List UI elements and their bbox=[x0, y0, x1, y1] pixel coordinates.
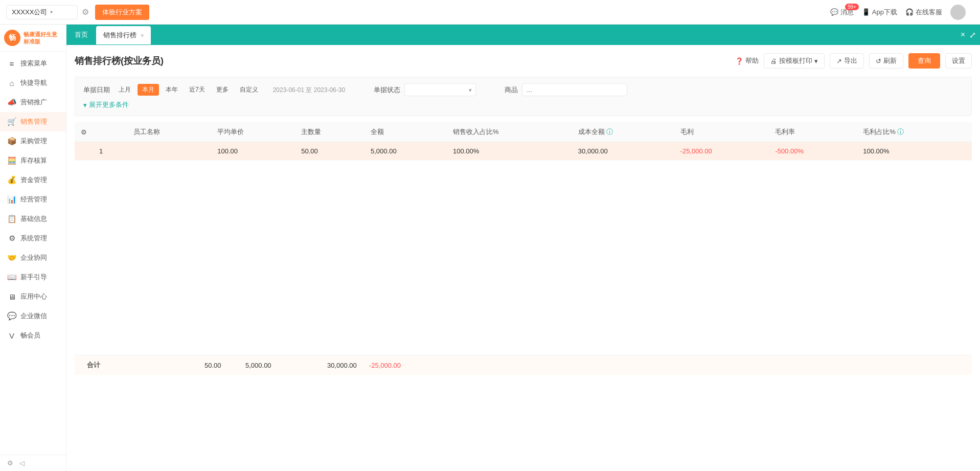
content-body: 销售排行榜(按业务员) ❓ 帮助 🖨 按模板打印 ▾ ↗ bbox=[66, 45, 980, 471]
table-footer: 合计 50.00 5,000.00 30,000.00 -25,000.00 bbox=[75, 355, 972, 375]
close-window-icon[interactable]: × bbox=[961, 30, 965, 39]
sidebar-item-label: 快捷导航 bbox=[20, 78, 47, 87]
footer-gross-profit: -25,000.00 bbox=[363, 362, 407, 369]
sidebar-item-finance[interactable]: 💰 资金管理 bbox=[0, 170, 66, 190]
sidebar-item-operations[interactable]: 📊 经营管理 bbox=[0, 190, 66, 209]
status-filter: 单据状态 bbox=[374, 83, 476, 96]
collab-icon: 🤝 bbox=[7, 253, 16, 262]
refresh-icon: ↺ bbox=[876, 57, 881, 65]
sidebar-item-label: 销售管理 bbox=[20, 117, 47, 126]
goods-input[interactable] bbox=[522, 83, 627, 96]
page-actions: ❓ 帮助 🖨 按模板打印 ▾ ↗ 导出 ↺ bbox=[735, 53, 972, 69]
trial-button[interactable]: 体验行业方案 bbox=[95, 5, 149, 20]
sidebar-item-inventory[interactable]: 🧮 库存核算 bbox=[0, 151, 66, 170]
template-print-button[interactable]: 🖨 按模板打印 ▾ bbox=[764, 53, 825, 69]
message-button[interactable]: 💬 消息 99+ bbox=[830, 8, 854, 17]
sidebar-item-label: 营销推广 bbox=[20, 98, 47, 107]
sidebar-item-label: 畅会员 bbox=[20, 331, 40, 340]
online-service-button[interactable]: 🎧 在线客服 bbox=[905, 8, 942, 17]
col-avg-price: 平均单价 bbox=[211, 122, 295, 142]
sidebar-item-app-center[interactable]: 🖥 应用中心 bbox=[0, 287, 66, 306]
row-gross-pct: 100.00% bbox=[857, 142, 972, 161]
query-button[interactable]: 查询 bbox=[908, 53, 940, 69]
sidebar-item-label: 采购管理 bbox=[20, 137, 47, 146]
chevron-down-icon: ▾ bbox=[83, 101, 87, 109]
date-filter: 单据日期 上月 本月 本年 近7天 更多 自定义 bbox=[83, 84, 263, 96]
help-link[interactable]: ❓ 帮助 bbox=[735, 56, 759, 65]
date-tab-custom[interactable]: 自定义 bbox=[235, 84, 263, 96]
message-icon: 💬 bbox=[830, 8, 838, 16]
date-tab-more[interactable]: 更多 bbox=[212, 84, 233, 96]
footer-amount: 5,000.00 bbox=[239, 362, 280, 369]
app-download-button[interactable]: 📱 App下载 bbox=[862, 8, 897, 17]
sidebar-item-label: 应用中心 bbox=[20, 292, 47, 301]
sidebar-logo: 畅 畅康通好生意 标准版 bbox=[0, 25, 66, 52]
sidebar-item-enterprise-collab[interactable]: 🤝 企业协同 bbox=[0, 248, 66, 267]
tab-label: 销售排行榜 bbox=[103, 31, 136, 40]
maximize-window-icon[interactable]: ⤢ bbox=[969, 30, 976, 40]
sidebar-item-enterprise-wechat[interactable]: 💬 企业微信 bbox=[0, 306, 66, 326]
settings-button[interactable]: 设置 bbox=[945, 53, 972, 69]
sales-ranking-table: ⚙ 员工名称 平均单价 主数量 全额 销售收入占比% 成本全额 ⓘ 毛利 bbox=[75, 122, 972, 161]
wechat-icon: 💬 bbox=[7, 311, 16, 321]
print-icon: 🖨 bbox=[770, 57, 777, 65]
purchase-icon: 📦 bbox=[7, 137, 16, 146]
date-tab-current-month[interactable]: 本月 bbox=[138, 84, 159, 96]
sidebar-item-sales[interactable]: 🛒 销售管理 bbox=[0, 112, 66, 131]
message-badge: 99+ bbox=[845, 4, 859, 10]
col-amount: 全额 bbox=[364, 122, 447, 142]
sidebar-item-label: 资金管理 bbox=[20, 175, 47, 185]
tab-home[interactable]: 首页 bbox=[66, 25, 96, 45]
status-select[interactable] bbox=[404, 83, 476, 96]
settings-bottom-icon: ⚙ bbox=[7, 459, 13, 467]
sidebar-item-guide[interactable]: 📖 新手引导 bbox=[0, 267, 66, 287]
sidebar-item-purchase[interactable]: 📦 采购管理 bbox=[0, 131, 66, 151]
tab-close-icon[interactable]: × bbox=[141, 32, 144, 38]
export-icon: ↗ bbox=[836, 57, 842, 65]
avatar[interactable] bbox=[950, 5, 966, 20]
row-qty: 50.00 bbox=[295, 142, 364, 161]
export-button[interactable]: ↗ 导出 bbox=[830, 53, 864, 69]
sidebar-item-quick-nav[interactable]: ⌂ 快捷导航 bbox=[0, 73, 66, 93]
gross-pct-info-icon[interactable]: ⓘ bbox=[897, 128, 904, 136]
sidebar-item-label: 经营管理 bbox=[20, 195, 47, 204]
sidebar-item-system[interactable]: ⚙ 系统管理 bbox=[0, 229, 66, 248]
tab-sales-ranking[interactable]: 销售排行榜 × bbox=[96, 26, 151, 44]
date-tab-7days[interactable]: 近7天 bbox=[185, 84, 210, 96]
sidebar-item-marketing[interactable]: 📣 营销推广 bbox=[0, 93, 66, 112]
goods-filter-label: 商品 bbox=[505, 85, 518, 95]
inventory-icon: 🧮 bbox=[7, 156, 16, 165]
col-gross-pct: 毛利占比% ⓘ bbox=[857, 122, 972, 142]
filter-bar: 单据日期 上月 本月 本年 近7天 更多 自定义 2023-06-0 bbox=[75, 77, 972, 116]
operations-icon: 📊 bbox=[7, 195, 16, 204]
collapse-icon: ◁ bbox=[19, 459, 25, 467]
col-employee: 员工名称 bbox=[127, 122, 211, 142]
footer-label: 合计 bbox=[81, 361, 122, 370]
marketing-icon: 📣 bbox=[7, 98, 16, 107]
sidebar-bottom[interactable]: ⚙ ◁ bbox=[0, 455, 66, 471]
sidebar-item-search[interactable]: ≡ 搜索菜单 bbox=[0, 54, 66, 73]
chevron-down-icon: ▾ bbox=[50, 9, 53, 15]
col-sales-pct: 销售收入占比% bbox=[447, 122, 572, 142]
date-tab-prev-month[interactable]: 上月 bbox=[114, 84, 135, 96]
sidebar-item-label: 库存核算 bbox=[20, 156, 47, 165]
page-title: 销售排行榜(按业务员) bbox=[75, 55, 164, 67]
date-range-text: 2023-06-01 至 2023-06-30 bbox=[273, 86, 345, 95]
col-settings[interactable]: ⚙ bbox=[75, 122, 93, 142]
sidebar-item-member[interactable]: V 畅会员 bbox=[0, 326, 66, 345]
company-selector[interactable]: XXXXX公司 ▾ bbox=[6, 5, 78, 19]
date-tabs: 上月 本月 本年 近7天 更多 自定义 bbox=[114, 84, 263, 96]
status-filter-label: 单据状态 bbox=[374, 85, 400, 95]
settings-icon-btn[interactable]: ⚙ bbox=[82, 7, 89, 17]
date-filter-label: 单据日期 bbox=[83, 85, 110, 95]
sidebar-nav: ≡ 搜索菜单 ⌂ 快捷导航 📣 营销推广 🛒 销售管理 📦 采购管理 bbox=[0, 52, 66, 455]
refresh-button[interactable]: ↺ 刷新 bbox=[869, 53, 903, 69]
footer-cost: 30,000.00 bbox=[321, 362, 363, 369]
date-tab-current-year[interactable]: 本年 bbox=[161, 84, 183, 96]
basics-icon: 📋 bbox=[7, 214, 16, 223]
row-avg-price: 100.00 bbox=[211, 142, 295, 161]
cost-info-icon[interactable]: ⓘ bbox=[606, 128, 613, 136]
expand-conditions-button[interactable]: ▾ 展开更多条件 bbox=[83, 100, 963, 109]
logo-text: 畅康通好生意 标准版 bbox=[24, 31, 57, 46]
sidebar-item-basics[interactable]: 📋 基础信息 bbox=[0, 209, 66, 229]
